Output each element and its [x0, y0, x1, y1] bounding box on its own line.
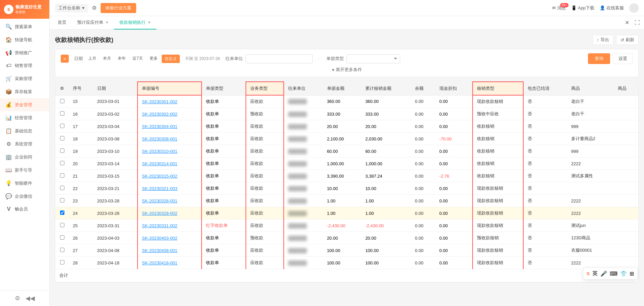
tab-prepay[interactable]: 预计应应付单 ✕: [72, 16, 114, 29]
date-option-this-year[interactable]: 本年: [115, 55, 128, 63]
table-row[interactable]: 18 2023-03-08 SK-20230308-001 收款单 应收款 ██…: [55, 133, 638, 145]
workspace-selector[interactable]: 工作台名称 ▾: [55, 4, 88, 12]
ft-shirt-icon[interactable]: 👕: [620, 270, 627, 277]
cell-checkbox[interactable]: [55, 195, 69, 207]
cell-voucher-no[interactable]: SK-20230314-001: [138, 158, 202, 170]
col-include-settled-header[interactable]: 包含已结清: [523, 82, 567, 95]
cell-voucher-no[interactable]: SK-20230304-001: [138, 120, 202, 133]
ft-keyboard-icon[interactable]: ⌨: [610, 270, 618, 277]
col-voucher-no-header[interactable]: 单据编号: [138, 82, 202, 95]
table-row[interactable]: 21 2023-03-15 SK-20230315-002 收款单 应收款 ██…: [55, 170, 638, 182]
refresh-button[interactable]: ↺ 刷新: [616, 35, 639, 45]
col-verify-type-header[interactable]: 核销类型: [473, 82, 523, 95]
ft-mic-icon[interactable]: 🎤: [600, 270, 607, 277]
ft-english-icon[interactable]: 英: [592, 270, 598, 277]
col-date-header[interactable]: 日期: [93, 82, 138, 95]
voucher-type-select[interactable]: [346, 54, 400, 63]
sidebar-item-search[interactable]: 🔍 搜索菜单: [0, 20, 49, 33]
sidebar-item-sales[interactable]: 🏷 销售管理: [0, 59, 49, 72]
cell-checkbox[interactable]: [55, 244, 69, 257]
col-goods-header[interactable]: 商品: [567, 82, 614, 95]
cell-voucher-no[interactable]: SK-20230301-002: [138, 95, 202, 108]
expand-more-button[interactable]: ▾ 展开更多条件: [332, 67, 362, 73]
sidebar-item-member[interactable]: V 畅会员: [0, 203, 49, 216]
date-option-last-month[interactable]: 上月: [86, 55, 99, 63]
cell-checkbox[interactable]: [55, 182, 69, 195]
online-service-button[interactable]: 👤 在线客服: [600, 5, 624, 11]
table-row[interactable]: 28 2023-04-18 SK-20230418-001 收款单 应收款 ██…: [55, 257, 638, 269]
solution-button[interactable]: 体验行业方案: [101, 3, 136, 13]
table-row[interactable]: 26 2023-04-03 SK-20230403-002 收款单 预收款 ██…: [55, 232, 638, 244]
cell-voucher-no[interactable]: SK-20230321-003: [138, 182, 202, 195]
tab-home[interactable]: 首页: [52, 16, 72, 29]
cell-voucher-no[interactable]: SK-20230418-001: [138, 257, 202, 269]
table-row[interactable]: 25 2023-03-31 SK-20230331-002 红字收款单 应收款 …: [55, 220, 638, 232]
cell-voucher-no[interactable]: SK-20230403-002: [138, 232, 202, 244]
user-avatar[interactable]: [629, 3, 639, 13]
sidebar-item-hardware[interactable]: 💡 智能硬件: [0, 177, 49, 190]
col-verified-header[interactable]: 累计核销金额: [361, 82, 411, 95]
cell-voucher-no[interactable]: SK-20230331-002: [138, 220, 202, 232]
table-row[interactable]: 19 2023-03-10 SK-20230310-001 收款单 应收款 ██…: [55, 145, 638, 158]
table-row[interactable]: 24 2023-03-28 SK-20230328-002 收款单 应收款 ██…: [55, 207, 638, 220]
table-row[interactable]: 16 2023-03-02 SK-20230302-002 收款单 预收款 ██…: [55, 108, 638, 120]
sidebar-item-inventory[interactable]: 📦 库存核算: [0, 85, 49, 98]
col-biz-type-header[interactable]: 业务类型: [246, 82, 284, 95]
date-option-more[interactable]: 更多: [147, 55, 160, 63]
cell-voucher-no[interactable]: SK-20230328-001: [138, 195, 202, 207]
cell-checkbox[interactable]: [55, 158, 69, 170]
col-voucher-type-header[interactable]: 单据类型: [202, 82, 246, 95]
cell-voucher-no[interactable]: SK-20230408-001: [138, 244, 202, 257]
ft-grid-icon[interactable]: ⊞: [630, 270, 634, 277]
col-cash-discount-header[interactable]: 现金折扣: [435, 82, 473, 95]
cell-checkbox[interactable]: [55, 257, 69, 269]
table-row[interactable]: 17 2023-03-04 SK-20230304-001 收款单 应收款 ██…: [55, 120, 638, 133]
sidebar-item-purchase[interactable]: 🛒 采购管理: [0, 72, 49, 85]
col-amount-header[interactable]: 单据金额: [323, 82, 362, 95]
cell-checkbox[interactable]: [55, 120, 69, 133]
cell-checkbox[interactable]: [55, 207, 69, 220]
close-tab-icon[interactable]: ✕: [624, 18, 631, 27]
cell-voucher-no[interactable]: SK-20230302-002: [138, 108, 202, 120]
cell-checkbox[interactable]: [55, 145, 69, 158]
filter-expand-button[interactable]: »: [61, 55, 69, 63]
cell-voucher-no[interactable]: SK-20230308-001: [138, 133, 202, 145]
table-row[interactable]: 23 2023-03-28 SK-20230328-001 收款单 应收款 ██…: [55, 195, 638, 207]
col-settings-header[interactable]: ⚙: [55, 82, 69, 95]
cell-checkbox[interactable]: [55, 95, 69, 108]
tab-verify-close[interactable]: ✕: [148, 20, 151, 25]
tab-prepay-close[interactable]: ✕: [105, 20, 109, 25]
cell-voucher-no[interactable]: SK-20230310-001: [138, 145, 202, 158]
expand-icon[interactable]: ⛶: [633, 18, 641, 27]
date-option-this-month[interactable]: 本月: [100, 55, 114, 63]
sidebar-item-nav[interactable]: 🏠 快捷导航: [0, 33, 49, 46]
settings-button[interactable]: 设置: [613, 53, 633, 64]
topbar-gear-icon[interactable]: ⚙: [92, 5, 97, 11]
cell-checkbox[interactable]: [55, 133, 69, 145]
sidebar-item-operations[interactable]: 📊 经营管理: [0, 111, 49, 124]
sidebar-item-wechat[interactable]: 💬 企业微信: [0, 190, 49, 203]
table-row[interactable]: 22 2023-03-21 SK-20230321-003 收款单 应收款 ██…: [55, 182, 638, 195]
date-option-custom[interactable]: 自定义: [162, 55, 180, 63]
tab-verify[interactable]: 收款核销执行 ✕: [114, 16, 156, 29]
app-download-button[interactable]: 📱 App下载: [571, 5, 594, 11]
export-button[interactable]: ↑ 导出: [593, 35, 614, 45]
cell-checkbox[interactable]: [55, 232, 69, 244]
cell-checkbox[interactable]: [55, 220, 69, 232]
message-button[interactable]: ✉ 消息 99+: [552, 5, 566, 11]
sidebar-item-guide[interactable]: 📖 新手引导: [0, 164, 49, 177]
cell-checkbox[interactable]: [55, 108, 69, 120]
sidebar-item-marketing[interactable]: 📢 营销推广: [0, 46, 49, 59]
cell-voucher-no[interactable]: SK-20230328-002: [138, 207, 202, 220]
col-balance-header[interactable]: 余额: [411, 82, 435, 95]
date-option-7days[interactable]: 近7天: [130, 55, 146, 63]
settings-bottom-icon[interactable]: ⚙: [13, 293, 21, 303]
sidebar-item-basics[interactable]: 📋 基础信息: [0, 124, 49, 137]
cell-voucher-no[interactable]: SK-20230315-002: [138, 170, 202, 182]
col-goods2-header[interactable]: 商品: [614, 82, 638, 95]
table-row[interactable]: 15 2023-03-01 SK-20230301-002 收款单 应收款 ██…: [55, 95, 638, 108]
cell-checkbox[interactable]: [55, 170, 69, 182]
sidebar-item-system[interactable]: ⚙ 系统管理: [0, 137, 49, 150]
col-partner-header[interactable]: 往来单位: [284, 82, 323, 95]
sidebar-item-finance[interactable]: 💰 资金管理: [0, 98, 49, 111]
